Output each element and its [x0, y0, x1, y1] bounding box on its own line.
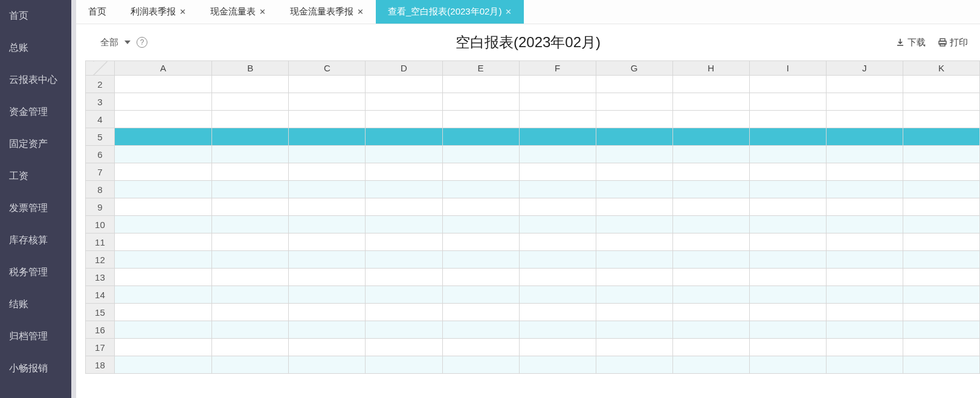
cell[interactable] — [212, 146, 289, 163]
cell[interactable] — [826, 233, 903, 251]
cell[interactable] — [826, 216, 903, 233]
print-button[interactable]: 打印 — [938, 37, 968, 48]
cell[interactable] — [519, 356, 596, 374]
tab-home[interactable]: 首页 — [76, 0, 118, 24]
cell[interactable] — [442, 198, 519, 216]
row-header[interactable]: 5 — [86, 128, 115, 146]
cell[interactable] — [672, 128, 749, 146]
cell[interactable] — [114, 93, 211, 111]
cell[interactable] — [442, 181, 519, 198]
cell[interactable] — [289, 198, 366, 216]
col-header[interactable]: F — [519, 61, 596, 76]
cell[interactable] — [114, 339, 211, 356]
close-icon[interactable]: ✕ — [179, 7, 186, 16]
cell[interactable] — [749, 163, 826, 181]
row-header[interactable]: 13 — [86, 269, 115, 286]
cell[interactable] — [826, 321, 903, 339]
cell[interactable] — [596, 198, 672, 216]
cell[interactable] — [289, 146, 366, 163]
row-header[interactable]: 16 — [86, 321, 115, 339]
cell[interactable] — [749, 181, 826, 198]
cell[interactable] — [672, 146, 749, 163]
cell[interactable] — [596, 181, 672, 198]
cell[interactable] — [596, 146, 672, 163]
cell[interactable] — [114, 356, 211, 374]
col-header[interactable]: I — [749, 61, 826, 76]
cell[interactable] — [289, 163, 366, 181]
col-header[interactable]: E — [442, 61, 519, 76]
row-header[interactable]: 15 — [86, 304, 115, 321]
cell[interactable] — [366, 76, 442, 93]
cell[interactable] — [366, 339, 442, 356]
cell[interactable] — [366, 356, 442, 374]
cell[interactable] — [114, 76, 211, 93]
cell[interactable] — [596, 304, 672, 321]
cell[interactable] — [826, 198, 903, 216]
row-header[interactable]: 9 — [86, 198, 115, 216]
col-header[interactable]: H — [672, 61, 749, 76]
cell[interactable] — [826, 181, 903, 198]
sidebar-item-inventory[interactable]: 库存核算 — [0, 224, 76, 256]
cell[interactable] — [212, 216, 289, 233]
cell[interactable] — [749, 128, 826, 146]
cell[interactable] — [289, 269, 366, 286]
cell[interactable] — [289, 304, 366, 321]
cell[interactable] — [749, 251, 826, 269]
cell[interactable] — [519, 111, 596, 128]
cell[interactable] — [212, 111, 289, 128]
sidebar-item-fixed-assets[interactable]: 固定资产 — [0, 128, 76, 160]
cell[interactable] — [212, 181, 289, 198]
cell[interactable] — [442, 339, 519, 356]
col-header[interactable]: G — [596, 61, 672, 76]
cell[interactable] — [519, 93, 596, 111]
cell[interactable] — [672, 251, 749, 269]
cell[interactable] — [903, 251, 979, 269]
cell[interactable] — [749, 111, 826, 128]
cell[interactable] — [596, 286, 672, 304]
cell[interactable] — [366, 321, 442, 339]
cell[interactable] — [114, 286, 211, 304]
cell[interactable] — [442, 216, 519, 233]
cell[interactable] — [903, 146, 979, 163]
cell[interactable] — [366, 163, 442, 181]
tab-profit-quarterly[interactable]: 利润表季报 ✕ — [118, 0, 198, 24]
cell[interactable] — [366, 146, 442, 163]
cell[interactable] — [749, 146, 826, 163]
cell[interactable] — [826, 356, 903, 374]
cell[interactable] — [442, 321, 519, 339]
cell[interactable] — [366, 269, 442, 286]
cell[interactable] — [672, 216, 749, 233]
cell[interactable] — [366, 286, 442, 304]
cell[interactable] — [114, 128, 211, 146]
cell[interactable] — [903, 76, 979, 93]
cell[interactable] — [596, 76, 672, 93]
close-icon[interactable]: ✕ — [357, 7, 364, 16]
cell[interactable] — [212, 93, 289, 111]
cell[interactable] — [903, 128, 979, 146]
cell[interactable] — [672, 321, 749, 339]
cell[interactable] — [903, 321, 979, 339]
cell[interactable] — [289, 251, 366, 269]
cell[interactable] — [289, 356, 366, 374]
cell[interactable] — [672, 198, 749, 216]
cell[interactable] — [519, 128, 596, 146]
cell[interactable] — [212, 76, 289, 93]
row-header[interactable]: 2 — [86, 76, 115, 93]
cell[interactable] — [749, 76, 826, 93]
cell[interactable] — [903, 181, 979, 198]
cell[interactable] — [212, 163, 289, 181]
cell[interactable] — [596, 111, 672, 128]
row-header[interactable]: 12 — [86, 251, 115, 269]
cell[interactable] — [672, 339, 749, 356]
cell[interactable] — [289, 181, 366, 198]
sidebar-item-archive[interactable]: 归档管理 — [0, 321, 76, 353]
row-header[interactable]: 17 — [86, 339, 115, 356]
cell[interactable] — [212, 198, 289, 216]
cell[interactable] — [442, 128, 519, 146]
cell[interactable] — [114, 251, 211, 269]
cell[interactable] — [672, 181, 749, 198]
cell[interactable] — [596, 233, 672, 251]
cell[interactable] — [442, 304, 519, 321]
cell[interactable] — [903, 304, 979, 321]
sidebar-item-salary[interactable]: 工资 — [0, 160, 76, 192]
